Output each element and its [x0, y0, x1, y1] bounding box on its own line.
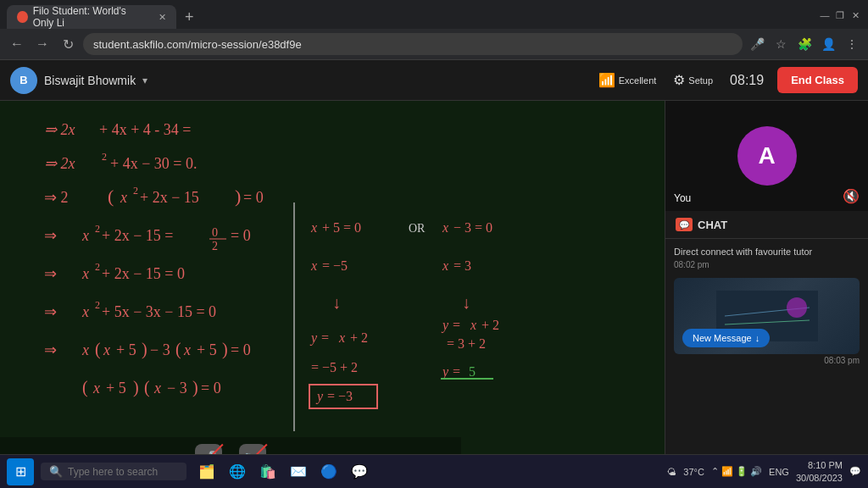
new-message-label: New Message — [693, 333, 752, 343]
avatar-letter: A — [758, 142, 775, 169]
start-button[interactable]: ⊞ — [7, 458, 34, 485]
back-btn[interactable]: ← — [7, 34, 27, 54]
maximize-btn[interactable]: ❐ — [834, 9, 846, 21]
svg-text:x: x — [153, 380, 161, 396]
svg-text:x: x — [103, 341, 110, 358]
svg-text:+ 5: + 5 — [116, 341, 136, 358]
taskbar-app-mail[interactable]: ✉️ — [285, 458, 312, 485]
close-btn[interactable]: ✕ — [849, 9, 861, 21]
taskbar-app-store[interactable]: 🛍️ — [254, 458, 281, 485]
signal-info: 📶 Excellent — [598, 72, 657, 88]
svg-text:x: x — [183, 341, 191, 358]
taskbar-apps: 🗂️ 🌐 🛍️ ✉️ 🔵 💬 — [193, 458, 373, 485]
svg-text:⇒ 2x: ⇒ 2x — [44, 121, 75, 138]
avatar: B — [10, 67, 37, 94]
svg-text:⇒  2x: ⇒ 2x — [44, 155, 75, 172]
svg-text:↓: ↓ — [462, 293, 470, 312]
search-icon: 🔍 — [49, 465, 63, 478]
svg-text:= 0: = 0 — [201, 380, 221, 396]
taskbar-datetime: 8:10 PM 30/08/2023 — [796, 459, 843, 484]
svg-text:0: 0 — [212, 226, 218, 239]
svg-text:): ) — [142, 340, 147, 359]
svg-text:− 3: − 3 — [167, 380, 187, 396]
svg-text:+ 5: + 5 — [197, 341, 217, 358]
weather-icon: 🌤 — [667, 467, 676, 477]
svg-text:= 3: = 3 — [453, 258, 471, 273]
chat-msg-time-2: 08:03 pm — [674, 356, 860, 365]
svg-text:y: y — [441, 318, 449, 333]
svg-text:= 0: = 0 — [243, 189, 264, 206]
svg-text:↓: ↓ — [332, 293, 341, 312]
notifications-icon[interactable]: 💬 — [849, 466, 861, 477]
svg-point-82 — [787, 297, 807, 318]
right-panel: A You 🔇 💬 CHAT Direct connect with favou… — [665, 101, 868, 488]
taskbar-app-chrome[interactable]: 🔵 — [315, 458, 342, 485]
whiteboard[interactable]: ⇒ 2x + 4x + 4 - 34 = ⇒ 2x 2 + 4x − 30 = … — [0, 101, 665, 488]
mic-off-icon[interactable]: 🔇 — [843, 188, 860, 204]
svg-text:x: x — [442, 258, 448, 273]
svg-text:⇒: ⇒ — [44, 303, 57, 320]
end-class-button[interactable]: End Class — [777, 67, 858, 93]
extensions-icon[interactable]: 🧩 — [795, 35, 814, 53]
svg-text:=: = — [321, 330, 329, 345]
wifi-icon: 📶 — [598, 72, 615, 88]
svg-text:2: 2 — [95, 299, 100, 311]
svg-text:⇒: ⇒ — [44, 265, 57, 282]
svg-text:− 3: − 3 — [150, 341, 170, 358]
svg-text:− 3 = 0: − 3 = 0 — [453, 220, 492, 235]
taskbar-app-files[interactable]: 🗂️ — [193, 458, 220, 485]
mic-browser-icon[interactable]: 🎤 — [748, 35, 766, 53]
taskbar-app-whatsapp[interactable]: 💬 — [346, 458, 373, 485]
svg-text:⇒: ⇒ — [44, 227, 57, 244]
minimize-btn[interactable]: — — [819, 9, 831, 21]
tab-close-btn[interactable]: ✕ — [159, 12, 166, 23]
temperature: 37°C — [683, 467, 704, 477]
url-input[interactable] — [83, 33, 743, 55]
clock-time: 8:10 PM — [796, 459, 843, 471]
chat-msg-text-1: Direct connect with favourite tutor — [674, 246, 860, 258]
svg-text:+ 2x − 15 =: + 2x − 15 = — [102, 227, 173, 244]
taskbar-app-edge[interactable]: 🌐 — [224, 458, 251, 485]
taskbar-search-box[interactable]: 🔍 — [41, 463, 186, 480]
svg-text:2: 2 — [102, 151, 107, 163]
window-controls: — ❐ ✕ — [819, 9, 861, 25]
refresh-btn[interactable]: ↻ — [58, 34, 78, 54]
svg-text:2: 2 — [95, 261, 100, 273]
active-tab[interactable]: Filo Student: World's Only Li ✕ — [7, 5, 176, 29]
svg-text:2: 2 — [95, 223, 100, 235]
bookmark-icon[interactable]: ☆ — [771, 35, 790, 53]
new-tab-btn[interactable]: + — [180, 8, 199, 26]
setup-label: Setup — [688, 75, 713, 86]
math-canvas: ⇒ 2x + 4x + 4 - 34 = ⇒ 2x 2 + 4x − 30 = … — [0, 101, 665, 488]
svg-text:x: x — [81, 341, 89, 358]
svg-text:5: 5 — [469, 364, 476, 379]
profile-icon[interactable]: 👤 — [819, 35, 837, 53]
svg-text:+ 5: + 5 — [106, 380, 126, 396]
search-input[interactable] — [68, 466, 178, 478]
you-label: You — [674, 192, 691, 204]
clock-date: 30/08/2023 — [796, 472, 843, 484]
svg-text:x: x — [92, 380, 100, 396]
svg-text:+ 2: + 2 — [350, 330, 368, 345]
setup-btn[interactable]: ⚙ Setup — [673, 72, 713, 88]
new-message-btn[interactable]: New Message ↓ — [682, 329, 770, 347]
user-dropdown-btn[interactable]: ▾ — [142, 75, 147, 86]
system-icons: ⌃ 📶 🔋 🔊 — [711, 466, 762, 477]
user-info: B Biswajit Bhowmik ▾ — [10, 67, 147, 94]
svg-text:2: 2 — [133, 185, 138, 197]
svg-text:OR: OR — [409, 222, 426, 235]
svg-text:): ) — [222, 340, 228, 359]
user-video-avatar: A — [737, 126, 797, 186]
user-name: Biswajit Bhowmik — [44, 74, 136, 87]
svg-text:(: ( — [108, 186, 114, 207]
chat-icon: 💬 — [676, 218, 693, 231]
svg-text:⇒: ⇒ — [44, 341, 57, 358]
app-header: B Biswajit Bhowmik ▾ 📶 Excellent ⚙ Setup… — [0, 60, 868, 101]
menu-icon[interactable]: ⋮ — [843, 35, 861, 53]
svg-text:=: = — [453, 318, 460, 332]
forward-btn[interactable]: → — [32, 34, 53, 54]
svg-text:x: x — [81, 227, 89, 244]
gear-icon: ⚙ — [673, 72, 685, 88]
svg-text:= 0: = 0 — [231, 227, 251, 244]
svg-text:x: x — [310, 258, 317, 273]
